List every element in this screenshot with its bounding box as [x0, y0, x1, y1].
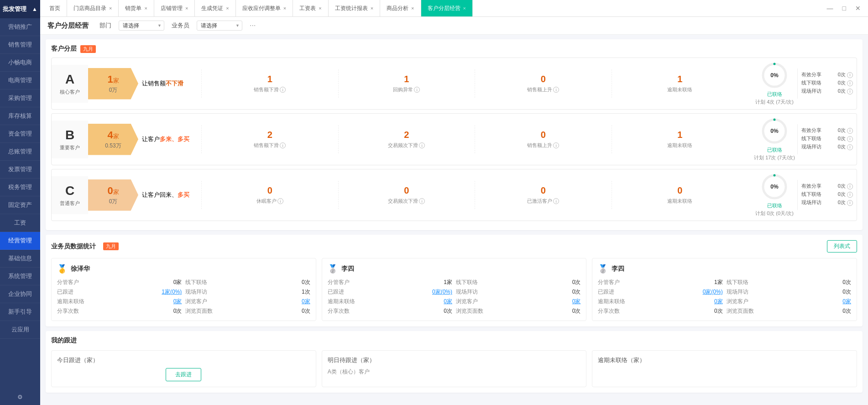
info-icon[interactable]: i: [847, 72, 853, 78]
info-icon[interactable]: i: [847, 184, 853, 189]
sp-stat-val: 0次: [444, 307, 452, 315]
tab-门店商品目录[interactable]: 门店商品目录×: [67, 0, 119, 16]
info-icon[interactable]: i: [847, 136, 853, 142]
list-view-button[interactable]: 列表式: [827, 240, 857, 252]
sidebar-item-库存核算[interactable]: 库存核算: [0, 107, 40, 125]
sp-stat-val[interactable]: 0家: [173, 298, 182, 305]
sp-stat-val[interactable]: 0家: [572, 298, 581, 305]
sp-stat-label: 线下联络: [456, 279, 478, 286]
tab-close-工资表[interactable]: ×: [319, 5, 321, 11]
tier-slogan-B: 让客户多来、多买: [138, 131, 198, 148]
sidebar-item-企业协同[interactable]: 企业协同: [0, 285, 40, 303]
stat-label: 销售额上升i: [527, 86, 559, 93]
sp-stat-row: 分享次数0次: [57, 307, 182, 315]
info-icon[interactable]: i: [553, 142, 559, 148]
stat-label: 已激活客户i: [527, 198, 559, 205]
sidebar-item-系统管理[interactable]: 系统管理: [0, 268, 40, 285]
sidebar-item-营销推广[interactable]: 营销推广: [0, 18, 40, 36]
tab-close-门店商品目录[interactable]: ×: [109, 5, 112, 11]
sidebar-item-小畅电商[interactable]: 小畅电商: [0, 54, 40, 72]
sp-stat-label: 分享次数: [57, 307, 79, 315]
right-stat-label: 有效分享: [801, 71, 821, 78]
info-icon[interactable]: i: [847, 128, 853, 134]
sp-stat-val[interactable]: 1家(0%): [162, 288, 182, 296]
tab-首页[interactable]: 首页: [43, 0, 67, 16]
tab-店铺管理[interactable]: 店铺管理×: [154, 0, 195, 16]
sidebar-item-云应用[interactable]: 云应用: [0, 321, 40, 339]
tab-应收应付调整单[interactable]: 应收应付调整单×: [236, 0, 293, 16]
tab-close-工资统计报表[interactable]: ×: [371, 5, 373, 11]
sidebar-item-总账管理[interactable]: 总账管理: [0, 143, 40, 161]
sidebar-settings[interactable]: ⚙: [0, 389, 40, 405]
info-icon[interactable]: i: [847, 80, 853, 86]
page-content: 客户分层经营 部门 请选择 业务员 请选择 ··· 客户分层 九月 A核心客户1…: [40, 17, 868, 405]
tier-name: 重要客户: [60, 144, 80, 151]
dept-select[interactable]: 请选择: [119, 21, 164, 31]
sidebar-item-税务管理[interactable]: 税务管理: [0, 179, 40, 196]
tab-工资统计报表[interactable]: 工资统计报表×: [329, 0, 380, 16]
go-followup-button[interactable]: 去跟进: [166, 368, 201, 381]
sp-stat-val[interactable]: 0家: [444, 298, 452, 305]
sp-stat-val[interactable]: 0家: [302, 298, 310, 305]
tier-stats-B: 2销售额下滑i2交易频次下滑i0销售额上升i1逾期未联络: [198, 125, 752, 153]
sidebar-item-资金管理[interactable]: 资金管理: [0, 125, 40, 143]
info-icon[interactable]: i: [277, 198, 283, 204]
info-icon[interactable]: i: [280, 142, 286, 148]
sidebar-item-经营管理[interactable]: 经营管理: [0, 232, 40, 250]
sp-stat-row: 现场拜访1次: [185, 288, 310, 296]
sp-stat-label: 浏览页面数: [456, 307, 483, 315]
tab-生成凭证[interactable]: 生成凭证×: [195, 0, 235, 16]
sidebar-item-基础信息[interactable]: 基础信息: [0, 250, 40, 268]
tier-amount: 0万: [109, 86, 118, 94]
sidebar-collapse-icon[interactable]: ▲: [32, 6, 37, 12]
medal-icon: 🥇: [57, 264, 67, 274]
info-icon[interactable]: i: [847, 144, 853, 150]
tab-商品分析[interactable]: 商品分析×: [380, 0, 421, 16]
tab-工资表[interactable]: 工资表×: [293, 0, 328, 16]
tab-客户分层经营[interactable]: 客户分层经营×: [421, 0, 473, 16]
info-icon[interactable]: i: [553, 198, 559, 204]
info-icon[interactable]: i: [419, 142, 425, 148]
sidebar-item-采购管理[interactable]: 采购管理: [0, 89, 40, 107]
tab-close-生成凭证[interactable]: ×: [226, 5, 229, 11]
sp-stat-val[interactable]: 0家: [842, 298, 851, 305]
tab-close-店铺管理[interactable]: ×: [185, 5, 188, 11]
sp-stat-val[interactable]: 0家(0%): [703, 288, 723, 296]
sidebar-item-工资[interactable]: 工资: [0, 214, 40, 232]
tier-label-A: A核心客户: [52, 65, 88, 103]
sidebar-item-销售管理[interactable]: 销售管理: [0, 36, 40, 54]
stat-label: 休眠客户i: [256, 198, 283, 205]
sp-stat-val[interactable]: 0家(0%): [432, 288, 452, 296]
more-icon[interactable]: ···: [250, 21, 256, 30]
sp-stat-row: 分管客户0家: [57, 279, 182, 286]
tab-close-客户分层经营[interactable]: ×: [463, 5, 466, 11]
tier-count-C: 0家0万: [88, 179, 138, 211]
circle-label: 0%: [770, 184, 778, 190]
info-icon[interactable]: i: [847, 89, 853, 95]
sp-stat-label: 浏览页面数: [185, 307, 213, 315]
sp-stat-val[interactable]: 0家: [714, 298, 723, 305]
sidebar-item-电商管理[interactable]: 电商管理: [0, 72, 40, 89]
tab-close-应收应付调整单[interactable]: ×: [283, 5, 286, 11]
stat-num: 1: [677, 74, 682, 84]
info-icon[interactable]: i: [847, 200, 853, 206]
info-icon[interactable]: i: [847, 192, 853, 198]
sp-stat-label: 分管客户: [598, 279, 620, 286]
tab-close-商品分析[interactable]: ×: [411, 5, 414, 11]
sidebar-item-新手引导[interactable]: 新手引导: [0, 303, 40, 321]
right-stat-row: 现场拜访0次 i: [801, 199, 853, 206]
info-icon[interactable]: i: [414, 87, 420, 93]
salesperson-select[interactable]: 请选择: [197, 21, 242, 31]
info-icon[interactable]: i: [419, 198, 425, 204]
sp-name: 李四: [612, 265, 624, 273]
tab-close-销货单[interactable]: ×: [144, 5, 147, 11]
minimize-icon[interactable]: —: [824, 4, 836, 13]
info-icon[interactable]: i: [280, 87, 286, 93]
sidebar-item-发票管理[interactable]: 发票管理: [0, 161, 40, 179]
sidebar-item-固定资产[interactable]: 固定资产: [0, 196, 40, 214]
info-icon[interactable]: i: [553, 87, 559, 93]
maximize-icon[interactable]: □: [840, 4, 849, 13]
close-window-icon[interactable]: ✕: [852, 4, 863, 13]
sp-stat-label: 逾期未联络: [57, 298, 84, 305]
tab-销货单[interactable]: 销货单×: [119, 0, 154, 16]
